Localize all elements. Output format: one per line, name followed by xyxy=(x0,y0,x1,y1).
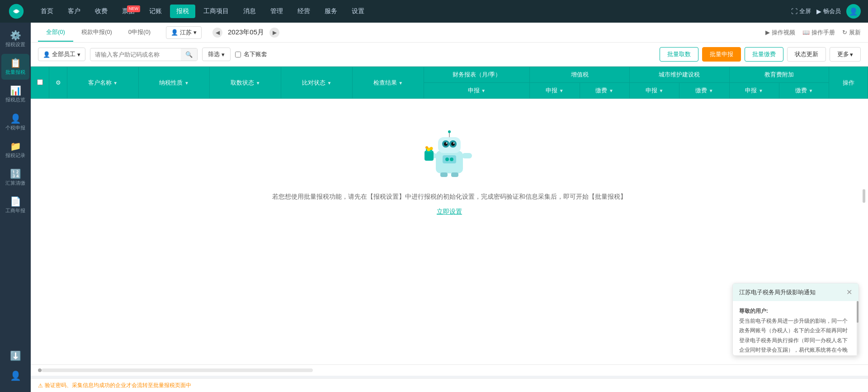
horizontal-scrollbar[interactable] xyxy=(42,368,313,372)
download-icon: ⬇️ xyxy=(10,351,21,360)
sidebar-download[interactable]: ⬇️ xyxy=(1,347,29,365)
name-account-checkbox[interactable] xyxy=(235,52,241,57)
sidebar-item-tax-record[interactable]: 📁 报税记录 xyxy=(1,137,29,163)
nav-accounting[interactable]: 记账 xyxy=(143,5,168,18)
fullscreen-icon: ⛶ xyxy=(791,8,797,15)
filter-btn[interactable]: 筛选 ▾ xyxy=(202,48,231,61)
check-filter-icon[interactable]: ▼ xyxy=(398,81,403,86)
avatar[interactable]: 👤 xyxy=(846,4,861,19)
video-btn[interactable]: ▶ 操作视频 xyxy=(765,29,795,37)
checkbox-label[interactable]: 名下账套 xyxy=(235,50,267,58)
nav-biz[interactable]: 工商项目 xyxy=(197,5,235,18)
more-btn[interactable]: 更多 ▾ xyxy=(830,47,861,62)
status-update-btn[interactable]: 状态更新 xyxy=(787,47,826,62)
tax-summary-icon: 📊 xyxy=(10,86,21,95)
edu-pay-filter-icon[interactable]: ▼ xyxy=(808,88,813,93)
nav-message[interactable]: 消息 xyxy=(237,5,262,18)
sidebar-item-tax-summary[interactable]: 📊 报税总览 xyxy=(1,81,29,107)
refresh-btn[interactable]: ↻ 展新 xyxy=(842,29,861,37)
region-icon: 👤 xyxy=(171,29,178,36)
th-checkbox[interactable] xyxy=(31,67,49,99)
batch-fetch-btn[interactable]: 批量取数 xyxy=(660,47,698,62)
right-scroll-indicator xyxy=(863,189,865,203)
sidebar-label-personal-tax: 个税申报 xyxy=(5,125,25,131)
th-vat-declare: 申报 ▼ xyxy=(530,83,580,99)
th-financial-declare: 申报 ▼ xyxy=(424,83,529,99)
nav-settings[interactable]: 设置 xyxy=(345,5,371,18)
sidebar-item-personal-tax[interactable]: 👤 个税申报 xyxy=(1,110,29,135)
sidebar-bottom: ⬇️ 👤 xyxy=(1,347,29,392)
sidebar-label-annual-report: 工商年报 xyxy=(5,208,25,214)
edu-declare-filter-icon[interactable]: ▼ xyxy=(759,88,763,93)
manual-btn[interactable]: 📖 操作手册 xyxy=(802,29,835,37)
sidebar-user[interactable]: 👤 xyxy=(1,367,29,385)
nav-invoice[interactable]: 票据 NEW xyxy=(116,5,141,18)
tab-all[interactable]: 全部(0) xyxy=(38,24,73,42)
compare-filter-icon[interactable]: ▼ xyxy=(327,81,331,86)
svg-rect-22 xyxy=(440,172,448,177)
next-month-btn[interactable]: ▶ xyxy=(269,28,279,38)
sidebar-label-batch-tax: 批量报税 xyxy=(5,69,25,75)
search-btn[interactable]: 🔍 xyxy=(181,48,197,61)
top-nav: 首页 客户 收费 票据 NEW 记账 报税 工商项目 消息 管理 经营 服务 设… xyxy=(0,0,868,23)
tab-tax-declaration[interactable]: 税款申报(0) xyxy=(73,24,120,42)
sidebar-item-annual-report[interactable]: 📄 工商年报 xyxy=(1,192,29,218)
vat-pay-filter-icon[interactable]: ▼ xyxy=(609,88,613,93)
th-vat-pay: 缴费 ▼ xyxy=(580,83,629,99)
logo xyxy=(7,2,25,20)
fullscreen-btn[interactable]: ⛶ 全屏 xyxy=(791,7,811,15)
filter-chevron-icon: ▾ xyxy=(222,51,225,58)
personal-tax-icon: 👤 xyxy=(10,114,21,123)
bottom-content: ⚠ 验证密码、采集信息均成功的企业才会流转至批量报税页面中 xyxy=(31,364,868,392)
notification-close-btn[interactable]: ✕ xyxy=(846,288,852,296)
batch-declare-btn[interactable]: 批量申报 xyxy=(702,47,741,62)
svg-rect-3 xyxy=(438,137,461,153)
svg-point-8 xyxy=(446,143,448,144)
tax-type-filter-icon[interactable]: ▼ xyxy=(184,81,189,86)
settlement-icon: 🔢 xyxy=(10,169,21,178)
nav-home[interactable]: 首页 xyxy=(34,5,60,18)
current-month: 2023年05月 xyxy=(228,28,264,37)
scroll-left-btn[interactable] xyxy=(38,368,42,372)
nav-fee[interactable]: 收费 xyxy=(89,5,114,18)
svg-rect-13 xyxy=(462,153,472,158)
th-edu-declare: 申报 ▼ xyxy=(729,83,779,99)
nav-tax[interactable]: 报税 xyxy=(170,5,195,18)
city-pay-filter-icon[interactable]: ▼ xyxy=(709,88,713,93)
vip-btn[interactable]: ▶ 畅会员 xyxy=(816,7,841,15)
tab-zero-declaration[interactable]: 0申报(0) xyxy=(120,24,159,42)
employee-selector[interactable]: 👤 全部员工 ▾ xyxy=(38,48,85,61)
search-input[interactable] xyxy=(90,49,181,60)
fetch-filter-icon[interactable]: ▼ xyxy=(256,81,260,86)
setup-link[interactable]: 立即设置 xyxy=(437,208,462,216)
sidebar-item-batch-tax[interactable]: 📋 批量报税 xyxy=(1,54,29,80)
city-declare-filter-icon[interactable]: ▼ xyxy=(659,88,663,93)
batch-pay-btn[interactable]: 批量缴费 xyxy=(745,47,783,62)
batch-tax-icon: 📋 xyxy=(10,58,21,67)
more-chevron-icon: ▾ xyxy=(850,51,853,58)
avatar-icon: 👤 xyxy=(849,7,858,16)
select-all-checkbox[interactable] xyxy=(37,79,43,85)
sidebar-item-settlement[interactable]: 🔢 汇算清缴 xyxy=(1,165,29,191)
nav-manage[interactable]: 管理 xyxy=(264,5,289,18)
nav-service[interactable]: 服务 xyxy=(318,5,344,18)
svg-rect-23 xyxy=(451,172,458,177)
annual-report-icon: 📄 xyxy=(10,197,21,206)
nav-right-actions: ⛶ 全屏 ▶ 畅会员 👤 xyxy=(791,4,861,19)
sidebar-label-tax-summary: 报税总览 xyxy=(5,97,25,103)
region-selector[interactable]: 👤 江苏 ▾ xyxy=(166,26,202,39)
sidebar-item-tax-settings[interactable]: ⚙️ 报税设置 xyxy=(1,26,29,52)
notification-body: 尊敬的用户: 受当前电子税务局进一步升级的影响，同一个政务网账号（办税人）名下的… xyxy=(733,301,857,355)
fin-declare-filter-icon[interactable]: ▼ xyxy=(481,88,486,93)
th-check-result: 检查结果 ▼ xyxy=(352,67,424,99)
manual-icon: 📖 xyxy=(802,29,810,36)
nav-operation[interactable]: 经营 xyxy=(291,5,316,18)
nav-customer[interactable]: 客户 xyxy=(61,5,87,18)
prev-month-btn[interactable]: ◀ xyxy=(212,28,222,38)
vat-declare-filter-icon[interactable]: ▼ xyxy=(559,88,564,93)
customer-filter-icon[interactable]: ▼ xyxy=(113,81,118,86)
th-gear[interactable]: ⚙ xyxy=(49,67,67,99)
tax-record-icon: 📁 xyxy=(10,142,21,151)
employee-icon: 👤 xyxy=(43,51,50,58)
month-nav: ◀ 2023年05月 ▶ xyxy=(212,28,279,38)
